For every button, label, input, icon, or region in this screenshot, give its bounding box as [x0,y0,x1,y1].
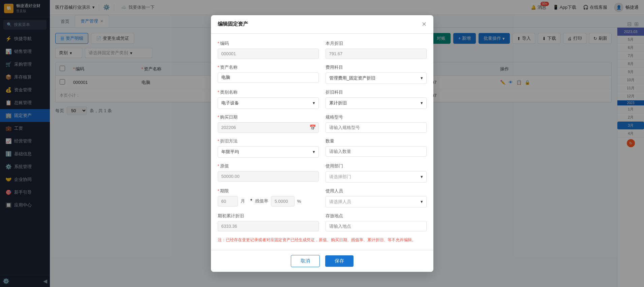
spec-model-label: 规格型号 [326,114,427,120]
department-label: 使用部门 [326,163,427,169]
original-value-input[interactable] [218,171,319,182]
category-dropdown-icon: ▾ [313,100,315,105]
initial-dep-label: 期初累计折旧 [218,213,319,219]
monthly-dep-label: 本月折旧 [326,40,427,46]
expense-subject-label: 费用科目 [326,64,427,70]
department-select[interactable]: 请选择部门 ▾ [326,171,427,183]
form-group-expense-subject: 费用科目 管理费用_固定资产折旧 ▾ [326,64,427,84]
monthly-dep-input[interactable] [326,49,427,59]
form-group-location: 存放地点 [326,213,427,231]
dep-subject-label: 折旧科目 [326,89,427,95]
period-input[interactable] [218,196,238,206]
dialog-overlay[interactable]: 编辑固定资产 ✕ * 编码 本月折旧 [0,0,644,287]
dep-method-select[interactable]: 年限平均 ▾ [218,146,319,158]
dialog-form: * 编码 本月折旧 * 资产名称 [218,40,427,231]
form-group-spec-model: 规格型号 [326,114,427,133]
location-label: 存放地点 [326,213,427,219]
dep-method-label: * 折旧方法 [218,138,319,144]
form-group-monthly-dep: 本月折旧 [326,40,427,59]
initial-dep-input[interactable] [218,221,319,231]
dep-subject-select[interactable]: 累计折旧 ▾ [326,97,427,109]
category-select[interactable]: 电子设备 ▾ [218,97,319,109]
original-value-label: * 原值 [218,163,319,169]
form-group-department: 使用部门 请选择部门 ▾ [326,163,427,183]
form-group-original-value: * 原值 [218,163,319,183]
form-group-quantity: 数量 [326,138,427,158]
category-label: * 类别名称 [218,89,319,95]
calendar-icon: 📅 [309,124,316,131]
location-input[interactable] [326,221,427,231]
user-dropdown-icon: ▾ [421,199,423,204]
dialog-header: 编辑固定资产 ✕ [211,15,433,34]
quantity-label: 数量 [326,138,427,144]
form-group-code: * 编码 [218,40,319,59]
asset-name-label: * 资产名称 [218,64,319,70]
residual-rate-unit: % [297,199,301,204]
code-label: * 编码 [218,40,319,46]
period-label: * 期限 [218,188,319,194]
save-btn[interactable]: 保存 [325,255,354,267]
quantity-input[interactable] [326,146,427,157]
dep-method-dropdown-icon: ▾ [313,149,315,154]
period-residual-row: 月 * 残值率 % [218,196,319,206]
dialog-note: 注：已经存在变更记录或者对应固定资产已经生成凭证，原值、购买日期、残值率、累计折… [218,237,427,243]
department-dropdown-icon: ▾ [421,174,423,179]
period-unit: 月 [241,198,245,204]
form-group-purchase-date: * 购买日期 📅 [218,114,319,133]
dep-subject-dropdown-icon: ▾ [421,100,423,105]
expense-subject-select[interactable]: 管理费用_固定资产折旧 ▾ [326,72,427,84]
cancel-btn[interactable]: 取消 [291,255,320,267]
form-group-category: * 类别名称 电子设备 ▾ [218,89,319,109]
form-group-dep-method: * 折旧方法 年限平均 ▾ [218,138,319,158]
form-group-asset-name: * 资产名称 [218,64,319,84]
expense-subject-dropdown-icon: ▾ [421,75,423,81]
purchase-date-label: * 购买日期 [218,114,319,120]
asset-name-input[interactable] [218,72,319,83]
residual-rate-label: 残值率 [255,198,268,204]
purchase-date-input[interactable] [218,122,319,133]
code-input[interactable] [218,49,319,59]
spec-model-input[interactable] [326,122,427,133]
dialog-body: * 编码 本月折旧 * 资产名称 [211,34,433,250]
purchase-date-wrapper: 📅 [218,122,319,133]
dialog-close-btn[interactable]: ✕ [422,21,427,28]
user-label: 使用人员 [326,188,427,194]
form-group-dep-subject: 折旧科目 累计折旧 ▾ [326,89,427,109]
user-select[interactable]: 请选择人员 ▾ [326,196,427,208]
residual-rate-input[interactable] [271,196,295,206]
form-group-period-residual: * 期限 月 * 残值率 % [218,188,319,208]
form-group-initial-dep: 期初累计折旧 [218,213,319,231]
dialog-title: 编辑固定资产 [218,21,248,27]
edit-fixed-asset-dialog: 编辑固定资产 ✕ * 编码 本月折旧 [211,15,433,272]
dialog-footer: 取消 保存 [211,250,433,272]
form-group-user: 使用人员 请选择人员 ▾ [326,188,427,208]
